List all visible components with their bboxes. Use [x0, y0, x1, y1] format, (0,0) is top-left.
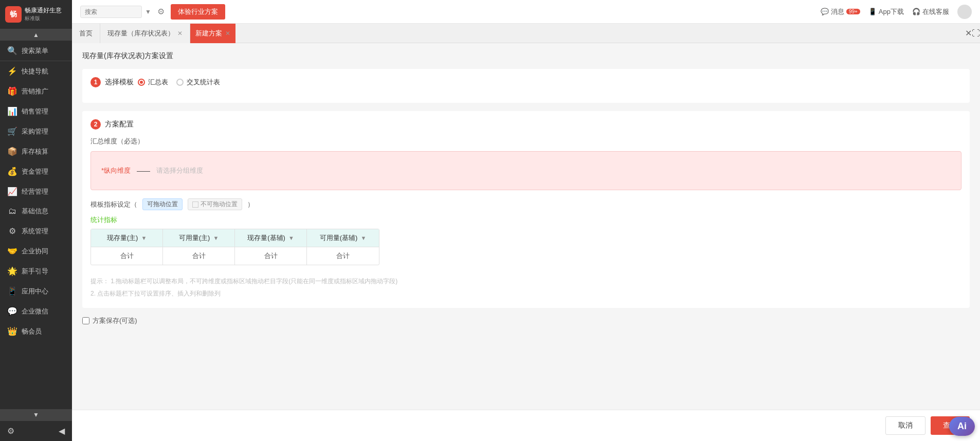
sidebar-item-member[interactable]: 👑 畅会员: [0, 321, 72, 341]
sidebar-item-marketing[interactable]: 🎁 营销推广: [0, 81, 72, 101]
app-download-button[interactable]: 📱 App下载: [868, 7, 904, 16]
member-icon: 👑: [7, 326, 17, 336]
sidebar-item-appcenter[interactable]: 📱 应用中心: [0, 281, 72, 301]
wechat-icon: 💬: [7, 306, 17, 316]
sidebar-item-operations[interactable]: 📈 经营管理: [0, 181, 72, 201]
indicator-label-suffix: ）: [247, 200, 254, 209]
indicator-label-prefix: 模板指标设定（: [90, 200, 137, 209]
topbar-right: 💬 消息 99+ 📱 App下载 🎧 在线客服: [821, 5, 972, 19]
stats-col-1-label: 可用量(主): [179, 233, 210, 243]
online-service-label: 在线客服: [922, 7, 949, 16]
stats-col-1-header[interactable]: 可用量(主) ▼: [163, 229, 234, 247]
radio-summary-label: 汇总表: [148, 78, 168, 87]
sidebar-footer: ⚙ ◀: [0, 420, 72, 441]
stats-body-col-2: 合计: [235, 247, 307, 265]
tab-inventory[interactable]: 现存量（库存状况表） ✕: [100, 24, 190, 43]
sidebar: 畅 畅康通好生意 标准版 ▲ 🔍 搜索菜单 ⚡ 快捷导航 🎁 营销推广 📊 销售…: [0, 0, 72, 441]
message-badge: 99+: [846, 9, 860, 14]
online-service-button[interactable]: 🎧 在线客服: [912, 7, 949, 16]
stats-col-0-label: 现存量(主): [107, 233, 138, 243]
inventory-icon: 📦: [7, 146, 17, 156]
stats-col-1-dropdown[interactable]: ▼: [213, 235, 219, 241]
sidebar-item-finance[interactable]: 💰 资金管理: [0, 161, 72, 181]
draggable-badge: 可拖动位置: [142, 198, 183, 210]
tab-inventory-close[interactable]: ✕: [177, 30, 183, 37]
tab-home-label: 首页: [79, 29, 93, 38]
sidebar-item-quicknav[interactable]: ⚡ 快捷导航: [0, 61, 72, 81]
section-template-num: 1: [90, 77, 101, 87]
sidebar-item-inventory[interactable]: 📦 库存核算: [0, 141, 72, 161]
section-template-header: 1 选择模板 汇总表 交叉统计表: [90, 77, 961, 87]
bottom-bar: 取消 查询: [72, 410, 980, 441]
radio-cross[interactable]: 交叉统计表: [176, 78, 220, 87]
dimension-dash: ——: [137, 167, 150, 175]
page-title: 现存量(库存状况表)方案设置: [82, 51, 970, 61]
stats-table-body: 合计 合计 合计 合计: [91, 247, 379, 265]
stats-col-2-label: 现存量(基辅): [247, 233, 285, 243]
settings-icon[interactable]: ⚙: [7, 426, 14, 436]
topbar-search-input[interactable]: [80, 6, 142, 18]
collapse-icon[interactable]: ◀: [59, 426, 65, 436]
sidebar-item-purchase[interactable]: 🛒 采购管理: [0, 121, 72, 141]
sidebar-scroll-down[interactable]: ▼: [0, 409, 72, 420]
headset-icon: 🎧: [912, 8, 920, 15]
tabbar: 首页 现存量（库存状况表） ✕ 新建方案 ✕ ✕ ⛶: [72, 24, 980, 43]
tab-new-plan[interactable]: 新建方案 ✕: [190, 24, 235, 43]
topbar-dropdown-icon[interactable]: ▼: [145, 8, 151, 15]
dimension-box[interactable]: *纵向维度 —— 请选择分组维度: [90, 151, 961, 190]
tips-line-2: 2. 点击标题栏下拉可设置排序、插入列和删除列: [90, 287, 961, 300]
ai-badge[interactable]: Ai: [949, 417, 975, 436]
sidebar-nav: 🔍 搜索菜单 ⚡ 快捷导航 🎁 营销推广 📊 销售管理 🛒 采购管理 📦 库存核…: [0, 41, 72, 409]
sidebar-item-system[interactable]: ⚙ 系统管理: [0, 221, 72, 241]
operations-icon: 📈: [7, 187, 17, 196]
indicator-config-label: 模板指标设定（ 可拖动位置 不可拖动位置 ）: [90, 198, 961, 210]
user-avatar[interactable]: [957, 5, 972, 19]
sidebar-item-sales[interactable]: 📊 销售管理: [0, 101, 72, 121]
stats-col-2-header[interactable]: 现存量(基辅) ▼: [235, 229, 306, 247]
stats-body-col-3: 合计: [307, 247, 379, 265]
stats-body-col-2-cell: 合计: [235, 247, 306, 265]
radio-cross-label: 交叉统计表: [187, 78, 220, 87]
panel-close-button[interactable]: ✕: [965, 28, 972, 38]
tips-section: 提示： 1.拖动标题栏可以调整布局，不可跨维度或指标区域拖动栏目字段(只能在同一…: [90, 275, 961, 300]
tab-new-plan-close[interactable]: ✕: [225, 30, 230, 37]
non-draggable-badge: 不可拖动位置: [188, 198, 242, 210]
save-checkbox[interactable]: [82, 317, 89, 324]
stats-col-0-dropdown[interactable]: ▼: [141, 235, 147, 241]
topbar-gear-icon[interactable]: ⚙: [157, 7, 165, 16]
sidebar-item-search[interactable]: 🔍 搜索菜单: [0, 41, 72, 61]
stats-col-3-label: 可用量(基辅): [320, 233, 358, 243]
dimension-required: *纵向维度: [101, 166, 131, 175]
topbar-left: ▼ ⚙ 体验行业方案: [80, 4, 225, 20]
sidebar-item-newuser[interactable]: 🌟 新手引导: [0, 261, 72, 281]
cancel-button[interactable]: 取消: [885, 416, 925, 435]
appcenter-icon: 📱: [7, 286, 17, 296]
main-content: ▼ ⚙ 体验行业方案 💬 消息 99+ 📱 App下载 🎧 在线客服 首页: [72, 0, 980, 441]
stats-body-col-1-cell: 合计: [163, 247, 234, 265]
app-name: 畅康通好生意: [25, 7, 62, 15]
stats-section: 统计指标 现存量(主) ▼ 可用量(主): [90, 215, 961, 267]
newuser-icon: 🌟: [7, 266, 17, 276]
save-option: 方案保存(可选): [82, 316, 970, 325]
quicknav-icon: ⚡: [7, 66, 17, 76]
message-icon: 💬: [821, 8, 829, 15]
stats-col-3-header[interactable]: 可用量(基辅) ▼: [307, 229, 379, 247]
stats-col-3: 可用量(基辅) ▼: [307, 229, 379, 247]
radio-summary[interactable]: 汇总表: [138, 78, 168, 87]
stats-col-3-dropdown[interactable]: ▼: [360, 235, 366, 241]
tips-line-1: 提示： 1.拖动标题栏可以调整布局，不可跨维度或指标区域拖动栏目字段(只能在同一…: [90, 275, 961, 287]
stats-col-0-header[interactable]: 现存量(主) ▼: [91, 229, 162, 247]
app-edition: 标准版: [25, 15, 62, 22]
section-template-title: 选择模板: [105, 78, 134, 87]
sidebar-item-basicinfo[interactable]: 🗂 基础信息: [0, 201, 72, 221]
message-button[interactable]: 💬 消息 99+: [821, 7, 860, 16]
tab-home[interactable]: 首页: [72, 24, 100, 43]
panel-expand-button[interactable]: ⛶: [972, 29, 980, 38]
tab-inventory-label: 现存量（库存状况表）: [107, 29, 174, 38]
stats-col-2-dropdown[interactable]: ▼: [288, 235, 294, 241]
sidebar-scroll-up[interactable]: ▲: [0, 29, 72, 41]
sidebar-item-wechat[interactable]: 💬 企业微信: [0, 301, 72, 321]
system-icon: ⚙: [7, 226, 17, 236]
sidebar-item-collab[interactable]: 🤝 企业协同: [0, 241, 72, 261]
industry-plan-button[interactable]: 体验行业方案: [171, 4, 225, 20]
